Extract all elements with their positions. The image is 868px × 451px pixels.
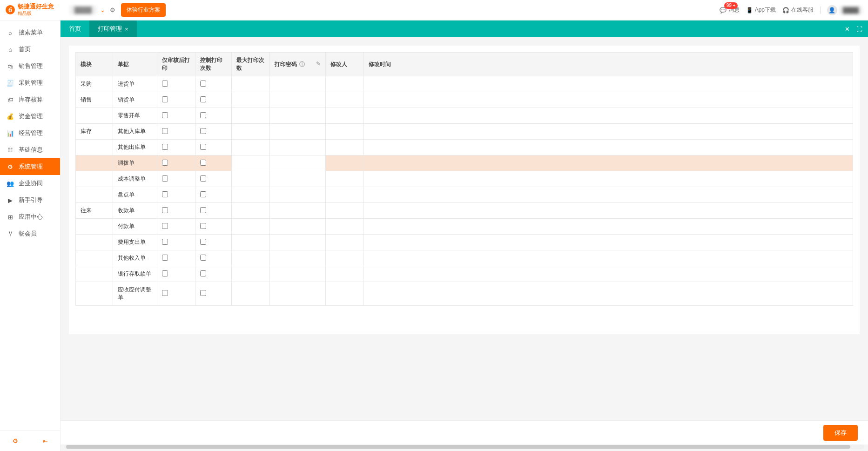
sidebar-system[interactable]: ⚙系统管理 bbox=[0, 158, 60, 175]
cell-print-pw[interactable] bbox=[270, 282, 326, 306]
table-row[interactable]: 库存其他入库单 bbox=[76, 124, 853, 140]
sidebar-collab[interactable]: 👥企业协同 bbox=[0, 175, 60, 192]
ctrl-times-checkbox[interactable] bbox=[200, 191, 206, 197]
save-button[interactable]: 保存 bbox=[823, 425, 858, 441]
ctrl-times-checkbox[interactable] bbox=[200, 290, 206, 296]
cell-max-times[interactable] bbox=[232, 140, 270, 155]
cell-print-pw[interactable] bbox=[270, 92, 326, 108]
sidebar-inventory[interactable]: 🏷库存核算 bbox=[0, 91, 60, 108]
table-row[interactable]: 银行存取款单 bbox=[76, 266, 853, 282]
close-all-tabs-icon[interactable]: ✕ bbox=[845, 26, 850, 33]
gear-icon[interactable]: ⚙ bbox=[110, 7, 115, 13]
table-row[interactable]: 往来收款单 bbox=[76, 203, 853, 219]
cell-max-times[interactable] bbox=[232, 266, 270, 282]
audit-print-checkbox[interactable] bbox=[162, 112, 168, 118]
tab-home[interactable]: 首页 bbox=[61, 20, 89, 37]
app-download-button[interactable]: 📱 App下载 bbox=[746, 6, 776, 14]
horizontal-scrollbar[interactable] bbox=[64, 444, 864, 449]
table-row[interactable]: 销售销货单 bbox=[76, 92, 853, 108]
cell-max-times[interactable] bbox=[232, 124, 270, 140]
audit-print-checkbox[interactable] bbox=[162, 207, 168, 213]
audit-print-checkbox[interactable] bbox=[162, 96, 168, 102]
fullscreen-icon[interactable]: ⛶ bbox=[856, 26, 862, 33]
promo-button[interactable]: 体验行业方案 bbox=[121, 3, 166, 17]
cell-print-pw[interactable] bbox=[270, 187, 326, 203]
tab-print-mgmt[interactable]: 打印管理× bbox=[89, 20, 137, 37]
table-row[interactable]: 盘点单 bbox=[76, 187, 853, 203]
collapse-icon[interactable]: ⇤ bbox=[43, 438, 48, 444]
help-icon[interactable]: ⓘ bbox=[299, 61, 305, 67]
cell-print-pw[interactable] bbox=[270, 124, 326, 140]
sidebar-vip[interactable]: Ｖ畅会员 bbox=[0, 225, 60, 242]
cell-print-pw[interactable] bbox=[270, 155, 326, 171]
audit-print-checkbox[interactable] bbox=[162, 290, 168, 296]
audit-print-checkbox[interactable] bbox=[162, 175, 168, 182]
cell-max-times[interactable] bbox=[232, 235, 270, 250]
table-row[interactable]: 采购进货单 bbox=[76, 76, 853, 92]
ctrl-times-checkbox[interactable] bbox=[200, 112, 206, 118]
audit-print-checkbox[interactable] bbox=[162, 128, 168, 134]
cell-max-times[interactable] bbox=[232, 282, 270, 306]
table-row[interactable]: 其他收入单 bbox=[76, 250, 853, 266]
audit-print-checkbox[interactable] bbox=[162, 144, 168, 150]
audit-print-checkbox[interactable] bbox=[162, 191, 168, 197]
cell-print-pw[interactable] bbox=[270, 235, 326, 250]
cell-max-times[interactable] bbox=[232, 108, 270, 124]
ctrl-times-checkbox[interactable] bbox=[200, 81, 206, 87]
cell-print-pw[interactable] bbox=[270, 76, 326, 92]
org-selector[interactable]: ████ ⌄ bbox=[70, 6, 105, 14]
sidebar-guide[interactable]: ▶新手引导 bbox=[0, 192, 60, 209]
table-row[interactable]: 其他出库单 bbox=[76, 140, 853, 155]
table-row[interactable]: 零售开单 bbox=[76, 108, 853, 124]
sidebar-home[interactable]: ⌂首页 bbox=[0, 41, 60, 58]
table-row[interactable]: 应收应付调整单 bbox=[76, 282, 853, 306]
cell-print-pw[interactable] bbox=[270, 108, 326, 124]
ctrl-times-checkbox[interactable] bbox=[200, 128, 206, 134]
cell-print-pw[interactable] bbox=[270, 203, 326, 219]
table-row[interactable]: 成本调整单 bbox=[76, 171, 853, 187]
audit-print-checkbox[interactable] bbox=[162, 270, 168, 276]
ctrl-times-checkbox[interactable] bbox=[200, 96, 206, 102]
cell-max-times[interactable] bbox=[232, 219, 270, 235]
cell-max-times[interactable] bbox=[232, 171, 270, 187]
ctrl-times-checkbox[interactable] bbox=[200, 255, 206, 261]
sidebar-ops[interactable]: 📊经营管理 bbox=[0, 125, 60, 141]
settings-icon[interactable]: ⚙ bbox=[13, 438, 18, 444]
table-row[interactable]: 调拨单 bbox=[76, 155, 853, 171]
cell-print-pw[interactable] bbox=[270, 250, 326, 266]
cell-print-pw[interactable] bbox=[270, 219, 326, 235]
edit-pw-icon[interactable]: ✎ bbox=[316, 61, 321, 67]
sidebar-base[interactable]: ☷基础信息 bbox=[0, 141, 60, 158]
cell-max-times[interactable] bbox=[232, 76, 270, 92]
audit-print-checkbox[interactable] bbox=[162, 81, 168, 87]
ctrl-times-checkbox[interactable] bbox=[200, 160, 206, 166]
cell-max-times[interactable] bbox=[232, 203, 270, 219]
cell-max-times[interactable] bbox=[232, 250, 270, 266]
msg-button[interactable]: 💬 99 + 消息 bbox=[720, 6, 740, 14]
sidebar-purchase[interactable]: 🧾采购管理 bbox=[0, 74, 60, 91]
audit-print-checkbox[interactable] bbox=[162, 223, 168, 229]
scrollbar-thumb[interactable] bbox=[66, 445, 850, 449]
audit-print-checkbox[interactable] bbox=[162, 239, 168, 245]
cell-print-pw[interactable] bbox=[270, 266, 326, 282]
ctrl-times-checkbox[interactable] bbox=[200, 223, 206, 229]
cell-max-times[interactable] bbox=[232, 187, 270, 203]
table-row[interactable]: 费用支出单 bbox=[76, 235, 853, 250]
audit-print-checkbox[interactable] bbox=[162, 160, 168, 166]
sidebar-apps[interactable]: ⊞应用中心 bbox=[0, 209, 60, 225]
user-menu[interactable]: 👤 ████ bbox=[827, 5, 862, 15]
ctrl-times-checkbox[interactable] bbox=[200, 270, 206, 276]
cell-max-times[interactable] bbox=[232, 92, 270, 108]
ctrl-times-checkbox[interactable] bbox=[200, 144, 206, 150]
ctrl-times-checkbox[interactable] bbox=[200, 239, 206, 245]
tab-close-icon[interactable]: × bbox=[125, 26, 128, 33]
sidebar-sales[interactable]: 🛍销售管理 bbox=[0, 58, 60, 74]
cell-print-pw[interactable] bbox=[270, 140, 326, 155]
cell-print-pw[interactable] bbox=[270, 171, 326, 187]
online-service-button[interactable]: 🎧 在线客服 bbox=[782, 6, 814, 14]
ctrl-times-checkbox[interactable] bbox=[200, 175, 206, 182]
ctrl-times-checkbox[interactable] bbox=[200, 207, 206, 213]
cell-max-times[interactable] bbox=[232, 155, 270, 171]
audit-print-checkbox[interactable] bbox=[162, 255, 168, 261]
sidebar-funds[interactable]: 💰资金管理 bbox=[0, 108, 60, 125]
